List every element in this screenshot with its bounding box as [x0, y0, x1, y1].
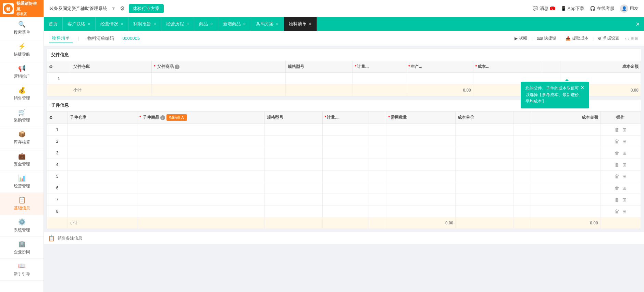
sidebar-item-finance[interactable]: 💼 资金管理: [0, 149, 44, 171]
copy-icon[interactable]: ⊞: [622, 139, 627, 144]
child-row-1-warehouse[interactable]: [68, 124, 137, 136]
sidebar-item-search[interactable]: 🔍 搜索菜单: [0, 17, 44, 39]
delete-icon[interactable]: 🗑: [615, 139, 619, 144]
parent-subtotal-cost: 0.00: [406, 84, 473, 96]
scan-button[interactable]: 扫码录入: [166, 114, 187, 121]
child-goods-label: 子件商品: [143, 115, 159, 120]
child-row-1-qty[interactable]: [386, 124, 456, 136]
tab-barcode[interactable]: 条码方案 ✕: [251, 17, 284, 31]
dropdown-arrow[interactable]: ▼: [111, 6, 116, 11]
tab-operation-status[interactable]: 经营情况 ✕: [96, 17, 128, 31]
expand-icon[interactable]: ⊞: [635, 36, 639, 41]
sidebar-item-marketing[interactable]: 📢 营销推广: [0, 61, 44, 83]
child-col-unit-cost: 成本单价: [456, 112, 513, 124]
copy-icon[interactable]: ⊞: [622, 162, 627, 167]
delete-icon[interactable]: 🗑: [615, 150, 619, 156]
action-shortcut[interactable]: ⌨ 快捷键: [537, 35, 556, 41]
tab-profit-report[interactable]: 利润报告 ✕: [128, 17, 161, 31]
tab-customer-close[interactable]: ✕: [87, 22, 90, 26]
experience-button[interactable]: 体验行业方案: [129, 4, 164, 13]
parent-row-1-warehouse[interactable]: [71, 73, 151, 84]
menu-icon[interactable]: ≡: [631, 36, 634, 41]
copy-icon[interactable]: ⊞: [622, 150, 627, 156]
sidebar-item-operation[interactable]: 📊 经营管理: [0, 171, 44, 193]
parent-row-1-unit[interactable]: [352, 73, 406, 84]
message-button[interactable]: 💬 消息 6: [533, 5, 555, 12]
action-cost[interactable]: 📥 提取成本: [566, 35, 589, 41]
child-row-1-unit[interactable]: [322, 124, 369, 136]
copy-icon[interactable]: ⊞: [622, 209, 627, 214]
online-service-button[interactable]: 🎧 在线客服: [590, 5, 615, 12]
sidebar-item-purchase[interactable]: 🛒 采购管理: [0, 105, 44, 127]
action-view[interactable]: ▶ 视频: [515, 35, 527, 41]
tab-bom-close[interactable]: ✕: [309, 22, 312, 26]
delete-icon[interactable]: 🗑: [615, 162, 619, 167]
sidebar-item-guide[interactable]: 📖 新手引导: [0, 259, 44, 281]
parent-col-settings[interactable]: ⚙: [47, 61, 71, 73]
topbar-right: 💬 消息 6 📱 App下载 🎧 在线客服 👤 用友: [533, 4, 639, 13]
child-row-1-spec[interactable]: [264, 124, 322, 136]
tab-close-all[interactable]: ✕: [631, 17, 644, 31]
delete-icon[interactable]: 🗑: [615, 185, 619, 191]
topbar: 装备及固定资产辅助管理系统 ▼ ⚙ 体验行业方案 💬 消息 6 📱 App下载 …: [44, 0, 644, 17]
breadcrumb-bom-list[interactable]: 物料清单: [49, 34, 73, 43]
sidebar-item-basic-info[interactable]: 📋 基础信息: [0, 193, 44, 215]
child-row-1-goods[interactable]: [137, 124, 265, 136]
delete-icon[interactable]: 🗑: [615, 127, 619, 132]
sidebar-label-finance: 资金管理: [14, 161, 30, 167]
purchase-icon: 🛒: [18, 108, 26, 116]
parent-goods-info-icon[interactable]: i: [175, 65, 179, 69]
sub-header: 物料清单 | 物料清单编码 0000005 ▶ 视频 | ⌨ 快捷键 | 📥 提…: [44, 31, 644, 46]
sidebar-item-sales[interactable]: 💰 销售管理: [0, 83, 44, 105]
sidebar-item-enterprise[interactable]: 🏢 企业协同: [0, 237, 44, 259]
message-label: 消息: [540, 5, 548, 12]
tab-profit-report-close[interactable]: ✕: [153, 22, 156, 26]
phone-icon: 📱: [561, 6, 566, 11]
tab-new-goods-close[interactable]: ✕: [243, 22, 246, 26]
app-download-button[interactable]: 📱 App下载: [561, 5, 584, 12]
action-single-settings[interactable]: ⚙ 单据设置: [598, 35, 619, 41]
parent-row-1-goods[interactable]: [151, 73, 285, 84]
settings-icon[interactable]: ⚙: [120, 5, 125, 12]
prev-arrow[interactable]: ‹: [625, 36, 627, 41]
table-row: 6 🗑 ⊞: [47, 182, 641, 194]
delete-icon[interactable]: 🗑: [615, 197, 619, 202]
copy-icon[interactable]: ⊞: [622, 197, 627, 202]
parent-col-unit: *计量...: [352, 61, 406, 73]
basic-info-icon: 📋: [18, 196, 26, 204]
brand-name: 畅通诸好生意: [16, 1, 41, 12]
sidebar-item-system[interactable]: ⚙️ 系统管理: [0, 215, 44, 237]
copy-icon[interactable]: ⊞: [622, 174, 627, 179]
parent-row-1-spec[interactable]: [286, 73, 353, 84]
tab-operation-history-close[interactable]: ✕: [186, 22, 189, 26]
tab-barcode-close[interactable]: ✕: [276, 22, 279, 26]
child-col-cost-amount: 成本金额: [531, 112, 600, 124]
copy-icon[interactable]: ⊞: [622, 185, 627, 191]
tooltip-close[interactable]: ✕: [580, 85, 584, 90]
tab-operation-status-close[interactable]: ✕: [120, 22, 123, 26]
tab-bom[interactable]: 物料清单 ✕: [284, 17, 317, 31]
next-arrow[interactable]: ›: [628, 36, 630, 41]
parent-row-1-produce[interactable]: [406, 73, 473, 84]
tab-operation-history[interactable]: 经营历程 ✕: [161, 17, 194, 31]
tab-customer[interactable]: 客户联络 ✕: [63, 17, 96, 31]
sidebar-nav: 🔍 搜索菜单 ⚡ 快捷导航 📢 营销推广 💰 销售管理 🛒 采购管理 📦 库存核…: [0, 17, 44, 292]
tab-home[interactable]: 首页: [44, 17, 63, 31]
sidebar-item-quick-nav[interactable]: ⚡ 快捷导航: [0, 39, 44, 61]
action-cost-label: 提取成本: [572, 35, 589, 41]
tab-goods[interactable]: 商品 ✕: [194, 17, 218, 31]
child-row-1-unit-cost[interactable]: [456, 124, 513, 136]
sidebar-item-inventory[interactable]: 📦 库存核算: [0, 127, 44, 149]
delete-icon[interactable]: 🗑: [615, 209, 619, 214]
child-col-settings[interactable]: ⚙: [47, 112, 68, 124]
table-row: 3 🗑 ⊞: [47, 147, 641, 159]
child-row-1-num: 1: [47, 124, 68, 136]
delete-icon[interactable]: 🗑: [615, 174, 619, 179]
tab-goods-close[interactable]: ✕: [210, 22, 213, 26]
tab-new-goods[interactable]: 新增商品 ✕: [218, 17, 251, 31]
child-goods-info-icon[interactable]: i: [160, 115, 165, 120]
user-button[interactable]: 👤 用友: [620, 4, 639, 13]
parent-col-spec: 规格型号: [286, 61, 353, 73]
child-col-sort2: [513, 112, 531, 124]
copy-icon[interactable]: ⊞: [622, 127, 627, 132]
